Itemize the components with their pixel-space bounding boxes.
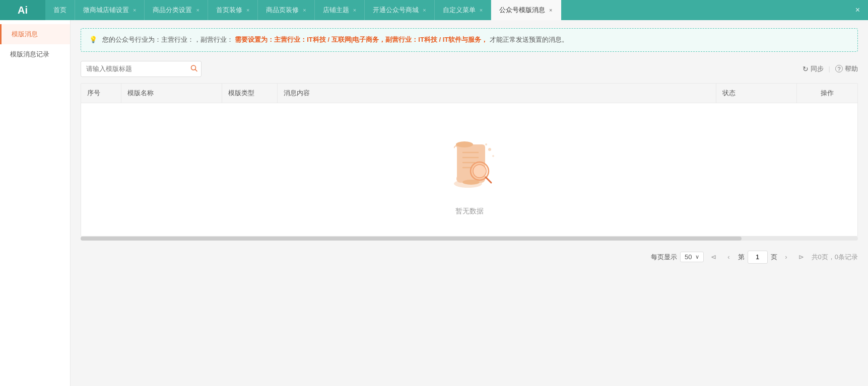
sidebar-item-template-record[interactable]: 模版消息记录 bbox=[0, 44, 70, 64]
col-header-action: 操作 bbox=[797, 84, 857, 103]
svg-point-3 bbox=[456, 141, 473, 147]
nav-tab-category[interactable]: 商品分类设置× bbox=[145, 0, 208, 20]
total-info: 共0页，0条记录 bbox=[812, 253, 858, 262]
help-button[interactable]: ? 帮助 bbox=[835, 64, 858, 73]
sync-icon: ↻ bbox=[803, 65, 809, 73]
table-header: 序号 模版名称 模版类型 消息内容 状态 操作 bbox=[81, 84, 857, 103]
nav-tab-home[interactable]: 首页 bbox=[45, 0, 75, 20]
nav-tab-micro-shop[interactable]: 微商城店铺设置× bbox=[75, 0, 145, 20]
scroll-thumb bbox=[81, 237, 742, 241]
last-page-button[interactable]: ⊳ bbox=[795, 251, 808, 263]
svg-point-10 bbox=[473, 165, 486, 178]
page-size-wrap: 每页显示 50 ∨ bbox=[651, 252, 703, 262]
close-tab-template-msg[interactable]: × bbox=[549, 7, 552, 13]
nav-tab-open-store[interactable]: 开通公众号商城× bbox=[365, 0, 434, 20]
close-tab-open-store[interactable]: × bbox=[423, 7, 426, 13]
sync-button[interactable]: ↻ 同步 bbox=[803, 64, 824, 73]
toolbar-divider: | bbox=[829, 65, 830, 72]
pagination: 每页显示 50 ∨ ⊲ ‹ 第 页 › ⊳ 共0页，0条记录 bbox=[81, 247, 858, 266]
close-tab-custom-menu[interactable]: × bbox=[480, 7, 483, 13]
toolbar-right: ↻ 同步 | ? 帮助 bbox=[803, 64, 858, 73]
help-icon: ? bbox=[835, 65, 843, 72]
page-unit: 页 bbox=[771, 253, 777, 262]
nav-tab-custom-menu[interactable]: 自定义菜单× bbox=[435, 0, 491, 20]
search-button[interactable] bbox=[190, 64, 197, 73]
nav-tab-product-decor[interactable]: 商品页装修× bbox=[258, 0, 314, 20]
content-area: 💡 您的公众号行业为：主营行业：，副营行业： 需要设置为：主营行业：IT科技 /… bbox=[71, 20, 868, 386]
col-header-name: 模版名称 bbox=[121, 84, 222, 103]
next-page-button[interactable]: › bbox=[780, 251, 792, 263]
page-word: 第 bbox=[738, 253, 745, 262]
col-header-seq: 序号 bbox=[81, 84, 121, 103]
main-layout: 模版消息模版消息记录 💡 您的公众号行业为：主营行业：，副营行业： 需要设置为：… bbox=[0, 20, 868, 386]
sidebar: 模版消息模版消息记录 bbox=[0, 20, 71, 386]
brand-logo: Ai bbox=[0, 0, 45, 20]
close-tab-category[interactable]: × bbox=[196, 7, 199, 13]
top-nav: Ai 首页微商城店铺设置×商品分类设置×首页装修×商品页装修×店铺主题×开通公众… bbox=[0, 0, 868, 20]
notice-text-after: 才能正常发送预置的消息。 bbox=[490, 36, 568, 43]
close-tab-micro-shop[interactable]: × bbox=[133, 7, 136, 13]
col-header-type: 模版类型 bbox=[222, 84, 278, 103]
page-nav: ⊲ ‹ 第 页 › ⊳ bbox=[708, 251, 808, 264]
sidebar-item-template-msg[interactable]: 模版消息 bbox=[0, 24, 70, 44]
col-header-content: 消息内容 bbox=[278, 84, 716, 103]
help-label: 帮助 bbox=[845, 64, 858, 73]
notice-highlight: 需要设置为：主营行业：IT科技 / 互联网|电子商务，副营行业：IT科技 / I… bbox=[235, 36, 488, 43]
notice-box: 💡 您的公众号行业为：主营行业：，副营行业： 需要设置为：主营行业：IT科技 /… bbox=[81, 28, 858, 52]
close-tab-product-decor[interactable]: × bbox=[303, 7, 306, 13]
sync-label: 同步 bbox=[811, 64, 824, 73]
page-size-dropdown-icon: ∨ bbox=[695, 254, 699, 260]
nav-tab-home-decor[interactable]: 首页装修× bbox=[208, 0, 258, 20]
close-all-button[interactable]: × bbox=[847, 6, 868, 15]
svg-line-1 bbox=[195, 69, 197, 71]
empty-state: 暂无数据 bbox=[81, 103, 857, 236]
close-tab-home-decor[interactable]: × bbox=[246, 7, 249, 13]
empty-icon bbox=[437, 133, 502, 199]
nav-tab-shop-theme[interactable]: 店铺主题× bbox=[315, 0, 365, 20]
search-bar: ↻ 同步 | ? 帮助 bbox=[81, 61, 858, 77]
search-input[interactable] bbox=[81, 61, 202, 77]
close-tab-shop-theme[interactable]: × bbox=[353, 7, 356, 13]
nav-tab-template-msg[interactable]: 公众号模版消息× bbox=[491, 0, 561, 20]
page-size-value: 50 bbox=[685, 253, 692, 261]
notice-text-before: 您的公众号行业为：主营行业：，副营行业： bbox=[102, 36, 233, 43]
svg-point-13 bbox=[492, 155, 494, 157]
svg-point-14 bbox=[485, 143, 487, 145]
col-header-status: 状态 bbox=[716, 84, 797, 103]
first-page-button[interactable]: ⊲ bbox=[708, 251, 720, 263]
page-number-input[interactable] bbox=[748, 251, 768, 264]
prev-page-button[interactable]: ‹ bbox=[723, 251, 735, 263]
notice-icon: 💡 bbox=[89, 36, 97, 43]
data-table: 序号 模版名称 模版类型 消息内容 状态 操作 bbox=[81, 83, 858, 237]
search-input-wrap bbox=[81, 61, 202, 77]
horizontal-scrollbar[interactable] bbox=[81, 237, 858, 241]
svg-line-11 bbox=[486, 177, 491, 183]
page-size-label: 每页显示 bbox=[651, 253, 677, 262]
page-size-select[interactable]: 50 ∨ bbox=[680, 252, 703, 262]
empty-text: 暂无数据 bbox=[455, 207, 484, 216]
svg-point-12 bbox=[488, 148, 491, 151]
